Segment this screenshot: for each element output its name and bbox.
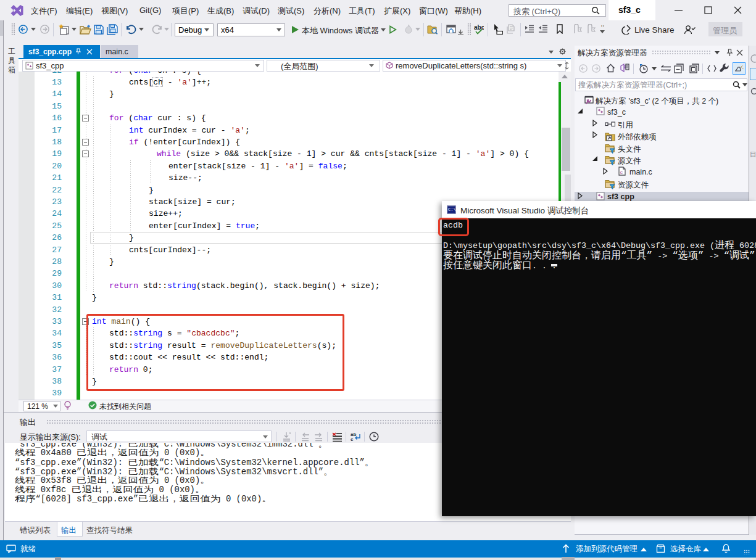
svg-text:c: c — [351, 437, 354, 442]
svg-text:abc: abc — [474, 24, 484, 31]
svg-text:C:\: C:\ — [448, 207, 456, 212]
svg-text:c: c — [620, 170, 623, 175]
